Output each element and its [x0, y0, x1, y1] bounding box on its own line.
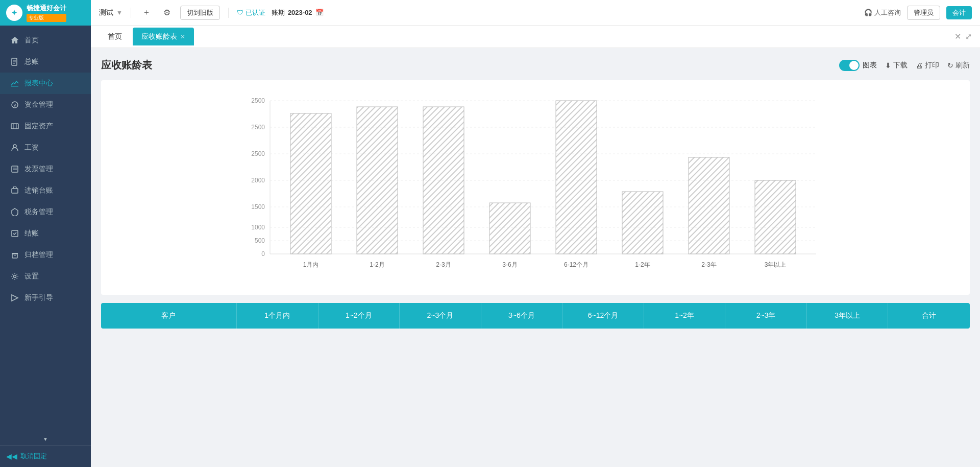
expand-icon[interactable]: ⤢: [965, 32, 972, 41]
svg-text:1000: 1000: [251, 224, 265, 231]
closing-icon: [10, 229, 19, 238]
sidebar-item-closing[interactable]: 结账: [0, 223, 91, 244]
calendar-icon[interactable]: 📅: [315, 9, 324, 16]
sidebar-item-capital[interactable]: ¥ 资金管理: [0, 94, 91, 115]
table-header: 客户 1个月内 1~2个月 2~3个月 3~6个月 6~12个月 1~2年 2~…: [101, 303, 970, 329]
user-button[interactable]: 管理员: [907, 6, 940, 20]
report-actions: 图表 ⬇ 下载 🖨 打印 ↻ 刷新: [839, 60, 970, 71]
topbar-right: 🎧 人工咨询 管理员 会计: [864, 6, 972, 20]
bar-3: [423, 107, 464, 254]
th-1-2month: 1~2个月: [318, 303, 400, 329]
unfix-button[interactable]: ◀◀ 取消固定: [0, 445, 91, 467]
sidebar-item-guide[interactable]: 新手引导: [0, 287, 91, 309]
print-button[interactable]: 🖨 打印: [916, 61, 939, 70]
page-content: 应收账龄表 图表 ⬇ 下载 🖨 打印 ↻ 刷新: [91, 48, 980, 467]
settings-button[interactable]: ⚙: [160, 6, 174, 20]
bar-4: [489, 203, 530, 254]
assets-icon: [10, 122, 19, 131]
svg-text:2-3月: 2-3月: [436, 261, 451, 268]
svg-text:500: 500: [255, 237, 265, 244]
sidebar-item-assets[interactable]: 固定资产: [0, 115, 91, 137]
close-panel-icon[interactable]: ✕: [954, 32, 961, 41]
sidebar-item-archive[interactable]: 归档管理: [0, 244, 91, 266]
report-header: 应收账龄表 图表 ⬇ 下载 🖨 打印 ↻ 刷新: [101, 58, 970, 72]
tabs-right: ✕ ⤢: [954, 32, 972, 41]
project-selector[interactable]: 测试 ▼: [99, 8, 122, 17]
unfix-icon: ◀◀: [6, 452, 17, 460]
svg-text:1月内: 1月内: [303, 261, 319, 268]
refresh-icon: ↻: [947, 61, 953, 69]
chart-toggle[interactable]: 图表: [839, 60, 877, 71]
tab-close-icon[interactable]: ✕: [180, 33, 185, 40]
certified-badge: 🛡 已认证: [237, 8, 265, 17]
period-label: 账期: [272, 8, 285, 17]
th-customer: 客户: [101, 303, 237, 329]
sidebar-item-report-label: 报表中心: [24, 79, 53, 88]
add-button[interactable]: ＋: [139, 6, 154, 20]
project-name: 测试: [99, 8, 113, 17]
unfix-label: 取消固定: [20, 452, 47, 461]
sidebar-item-invoice-label: 发票管理: [24, 165, 53, 174]
sidebar-item-salary[interactable]: 工资: [0, 137, 91, 158]
tax-icon: [10, 207, 19, 217]
refresh-button[interactable]: ↻ 刷新: [947, 61, 970, 70]
sidebar-logo: ✦ 畅捷通好会计 专业版: [0, 0, 91, 26]
download-button[interactable]: ⬇ 下载: [885, 61, 908, 70]
sidebar-item-archive-label: 归档管理: [24, 250, 53, 260]
sidebar-nav: 首页 总账 报表中心: [0, 26, 91, 433]
svg-point-18: [14, 275, 16, 278]
bar-6: [622, 192, 663, 254]
chart-wrapper: 2500 2500 2500 2000 1500 1000 500 0: [111, 90, 960, 285]
sidebar-item-guide-label: 新手引导: [24, 293, 53, 302]
sidebar-item-home[interactable]: 首页: [0, 30, 91, 51]
certified-label: 已认证: [246, 8, 265, 17]
svg-text:2500: 2500: [251, 150, 265, 157]
toggle-track[interactable]: [839, 60, 860, 71]
svg-text:¥: ¥: [13, 103, 16, 108]
tab-active[interactable]: 应收账龄表 ✕: [133, 28, 194, 45]
archive-icon: [10, 250, 19, 260]
svg-text:1500: 1500: [251, 203, 265, 211]
th-1month: 1个月内: [237, 303, 318, 329]
guide-icon: [10, 293, 19, 302]
sidebar-item-invoice[interactable]: 发票管理: [0, 158, 91, 180]
svg-text:6-12个月: 6-12个月: [564, 261, 589, 268]
logo-icon: ✦: [6, 5, 22, 21]
table-container: 客户 1个月内 1~2个月 2~3个月 3~6个月 6~12个月 1~2年 2~…: [101, 303, 970, 329]
divider-1: [131, 8, 131, 18]
toggle-thumb: [849, 61, 859, 70]
th-2-3year: 2~3年: [725, 303, 807, 329]
th-total: 合计: [888, 303, 970, 329]
sidebar-item-assets-label: 固定资产: [24, 122, 53, 131]
period-value: 2023-02: [288, 9, 312, 16]
headset-icon: 🎧: [864, 9, 872, 16]
download-icon: ⬇: [885, 61, 891, 69]
settings-icon: [10, 272, 19, 281]
switch-version-button[interactable]: 切到旧版: [180, 6, 220, 20]
sidebar-item-ledger[interactable]: 总账: [0, 51, 91, 73]
service-button[interactable]: 🎧 人工咨询: [864, 8, 901, 17]
divider-2: [228, 8, 229, 18]
svg-text:1-2月: 1-2月: [370, 261, 384, 268]
sidebar-item-report[interactable]: 报表中心: [0, 73, 91, 94]
sidebar-item-settings[interactable]: 设置: [0, 266, 91, 287]
bar-2: [357, 107, 398, 254]
tab-home[interactable]: 首页: [99, 28, 131, 45]
tabs-bar: 首页 应收账龄表 ✕ ✕ ⤢: [91, 26, 980, 48]
ledger-icon: [10, 57, 19, 66]
sidebar-item-ledger-label: 总账: [24, 57, 39, 66]
sidebar-item-salary-label: 工资: [24, 143, 39, 152]
svg-rect-14: [12, 189, 18, 193]
role-button[interactable]: 会计: [946, 6, 972, 19]
report-title: 应收账龄表: [101, 58, 152, 72]
sidebar-item-home-label: 首页: [24, 36, 39, 45]
scroll-down-arrow[interactable]: ▼: [42, 435, 49, 443]
sidebar-item-inventory-label: 进销台账: [24, 186, 53, 195]
th-1-2year: 1~2年: [644, 303, 726, 329]
bar-chart: 2500 2500 2500 2000 1500 1000 500 0: [111, 90, 960, 285]
sidebar-item-tax[interactable]: 税务管理: [0, 201, 91, 223]
svg-text:2500: 2500: [251, 124, 265, 131]
th-3-6month: 3~6个月: [481, 303, 563, 329]
period-info: 账期 2023-02 📅: [272, 8, 324, 17]
sidebar-item-inventory[interactable]: 进销台账: [0, 180, 91, 201]
